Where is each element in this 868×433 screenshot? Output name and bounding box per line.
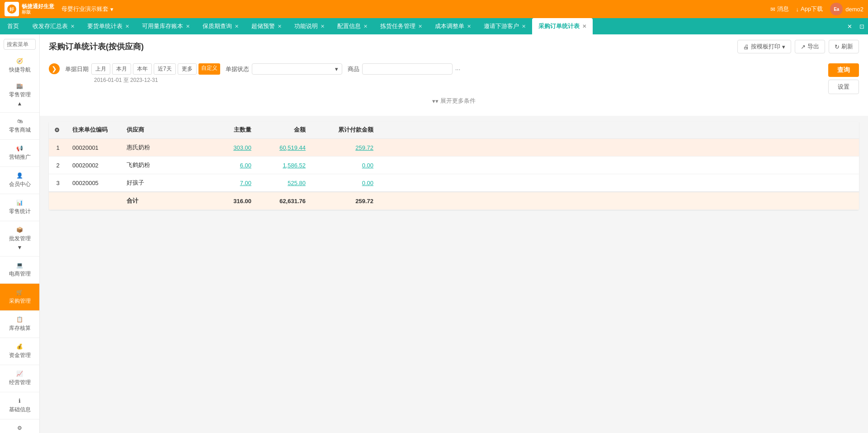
seven-days-button[interactable]: 近7天 (154, 63, 176, 75)
marketing-icon: 📢 (16, 145, 23, 152)
sidebar-item-wholesale[interactable]: 📦 批发管理 ▼ (0, 221, 39, 257)
sidebar-item-operations[interactable]: 📈 经营管理 (0, 365, 39, 392)
sidebar-item-marketing[interactable]: 📢 营销推广 (0, 140, 39, 167)
amount-link-3[interactable]: 525.80 (288, 180, 306, 186)
tab-collect-summary[interactable]: 收发存汇总表 ✕ (26, 18, 81, 34)
row-extra-1 (379, 139, 859, 157)
amount-link-1[interactable]: 60,519.44 (279, 144, 306, 151)
refresh-button[interactable]: ↻ 刷新 (829, 40, 859, 53)
page-header: 采购订单统计表(按供应商) 🖨 按模板打印 ▾ ↗ 导出 ↻ 刷新 (40, 34, 868, 116)
retail-icon: 🏬 (16, 83, 23, 89)
footer-extra (379, 192, 859, 210)
sidebar-item-member-center[interactable]: 👤 会员中心 (0, 167, 39, 194)
message-button[interactable]: ✉ 消息 (770, 5, 789, 13)
tab-cost-adjust[interactable]: 成本调整单 ✕ (429, 18, 477, 34)
this-month-button[interactable]: 本月 (112, 63, 131, 75)
footer-label: 合计 (121, 192, 212, 210)
close-tab-9[interactable]: ✕ (522, 24, 526, 29)
close-tab-10[interactable]: ✕ (582, 24, 586, 29)
table-row[interactable]: 2 00020002 飞鹤奶粉 6.00 1,586.52 0.00 (49, 157, 859, 174)
tab-pick-task[interactable]: 拣货任务管理 ✕ (374, 18, 429, 34)
close-tab-6[interactable]: ✕ (363, 24, 368, 29)
close-tab-0[interactable]: ✕ (71, 24, 75, 29)
goods-label: 商品 (348, 65, 359, 73)
page-title-row: 采购订单统计表(按供应商) 🖨 按模板打印 ▾ ↗ 导出 ↻ 刷新 (49, 40, 859, 53)
tab-expiry-query[interactable]: 保质期查询 ✕ (196, 18, 245, 34)
row-code-3: 00020005 (67, 174, 121, 192)
qty-link-3[interactable]: 7.00 (240, 180, 251, 186)
finance-icon: 💰 (16, 343, 23, 350)
close-tab-1[interactable]: ✕ (125, 24, 129, 29)
sidebar-item-purchase[interactable]: 🛒 采购管理 (0, 284, 39, 311)
close-tab-8[interactable]: ✕ (467, 24, 471, 29)
download-icon: ↓ (796, 6, 799, 13)
date-filter-group: 单据日期 上月 本月 本年 近7天 更多 自定义 2016-01-0 (65, 63, 220, 84)
sidebar-item-inventory[interactable]: 📋 库存核算 (0, 311, 39, 338)
tab-inventory-book[interactable]: 可用量库存账本 ✕ (136, 18, 196, 34)
ecommerce-icon: 💻 (16, 262, 23, 268)
tab-invite-customer[interactable]: 邀请下游客户 ✕ (477, 18, 532, 34)
custom-date-tag: 自定义 (198, 63, 220, 75)
sidebar-item-retail-mgmt[interactable]: 🏬 零售管理 ▲ (0, 77, 39, 113)
main-layout: 🧭 快捷导航 🏬 零售管理 ▲ 🛍 零售商城 📢 营销推广 👤 会员中心 📊 零… (0, 34, 868, 433)
tab-function-desc[interactable]: 功能说明 ✕ (288, 18, 331, 34)
paid-link-3[interactable]: 0.00 (362, 180, 373, 186)
paid-link-2[interactable]: 0.00 (362, 162, 373, 169)
logo-icon: 好 (5, 2, 19, 16)
query-button[interactable]: 查询 (828, 63, 859, 77)
goods-more-button[interactable]: ··· (455, 66, 461, 73)
footer-code (67, 192, 121, 210)
close-tab-2[interactable]: ✕ (186, 24, 190, 29)
workspace-selector[interactable]: 母婴行业演示账套 ▾ (58, 3, 117, 15)
tab-order-summary[interactable]: 要货单统计表 ✕ (81, 18, 136, 34)
footer-qty: 316.00 (212, 192, 257, 210)
sidebar-item-finance[interactable]: 💰 资金管理 (0, 338, 39, 365)
more-date-button[interactable]: 更多 (178, 63, 197, 75)
qty-link-1[interactable]: 303.00 (233, 144, 251, 151)
expand-more-button[interactable]: ▾▾ 展开更多条件 (432, 97, 476, 105)
page-title: 采购订单统计表(按供应商) (49, 41, 144, 52)
app-download-button[interactable]: ↓ App下载 (796, 5, 823, 13)
user-profile[interactable]: Ea demo2 (830, 3, 863, 15)
member-icon: 👤 (16, 172, 23, 179)
tab-overstock-warning[interactable]: 超储预警 ✕ (245, 18, 288, 34)
tab-purchase-summary[interactable]: 采购订单统计表 ✕ (532, 18, 593, 34)
footer-check (49, 192, 67, 210)
qty-link-2[interactable]: 6.00 (240, 162, 251, 169)
last-month-button[interactable]: 上月 (91, 63, 110, 75)
svg-text:好: 好 (9, 7, 14, 12)
close-tab-4[interactable]: ✕ (278, 24, 282, 29)
row-qty-1: 303.00 (212, 139, 257, 157)
col-header-paid: 累计付款金额 (311, 121, 379, 139)
close-window-button[interactable]: ✕ (844, 18, 856, 34)
date-quick-buttons: 上月 本月 本年 近7天 更多 自定义 (91, 63, 220, 75)
export-button[interactable]: ↗ 导出 (795, 40, 825, 53)
maximize-window-button[interactable]: ⊡ (856, 18, 868, 34)
amount-link-2[interactable]: 1,586.52 (283, 162, 306, 169)
settings-button[interactable]: 设置 (828, 80, 859, 94)
status-select[interactable]: ▾ (252, 63, 342, 75)
table-row[interactable]: 3 00020005 好孩子 7.00 525.80 0.00 (49, 174, 859, 192)
search-input[interactable] (4, 39, 36, 50)
settings-gear-icon[interactable]: ⚙ (54, 127, 60, 133)
tab-home[interactable]: 首页 (0, 18, 26, 34)
this-year-button[interactable]: 本年 (133, 63, 152, 75)
goods-input[interactable] (362, 63, 453, 75)
table-row[interactable]: 1 00020001 惠氏奶粉 303.00 60,519.44 259.72 (49, 139, 859, 157)
sidebar-item-retail-stats[interactable]: 📊 零售统计 (0, 194, 39, 221)
close-tab-7[interactable]: ✕ (418, 24, 422, 29)
sidebar-item-ecommerce[interactable]: 💻 电商管理 (0, 257, 39, 284)
sidebar-item-quick-nav[interactable]: 🧭 快捷导航 (0, 54, 39, 77)
close-tab-5[interactable]: ✕ (321, 24, 325, 29)
tab-config-info[interactable]: 配置信息 ✕ (331, 18, 374, 34)
sidebar-item-retail-mall[interactable]: 🛍 零售商城 (0, 113, 39, 140)
sidebar-item-basic-info[interactable]: ℹ 基础信息 (0, 392, 39, 419)
sidebar: 🧭 快捷导航 🏬 零售管理 ▲ 🛍 零售商城 📢 营销推广 👤 会员中心 📊 零… (0, 34, 40, 433)
print-button[interactable]: 🖨 按模板打印 ▾ (737, 40, 791, 53)
sidebar-item-system[interactable]: ⚙ 系统管理 (0, 419, 39, 433)
close-tab-3[interactable]: ✕ (235, 24, 239, 29)
paid-link-1[interactable]: 259.72 (355, 144, 373, 151)
row-qty-3: 7.00 (212, 174, 257, 192)
toggle-filter-button[interactable]: ❯ (49, 63, 60, 74)
row-extra-3 (379, 174, 859, 192)
